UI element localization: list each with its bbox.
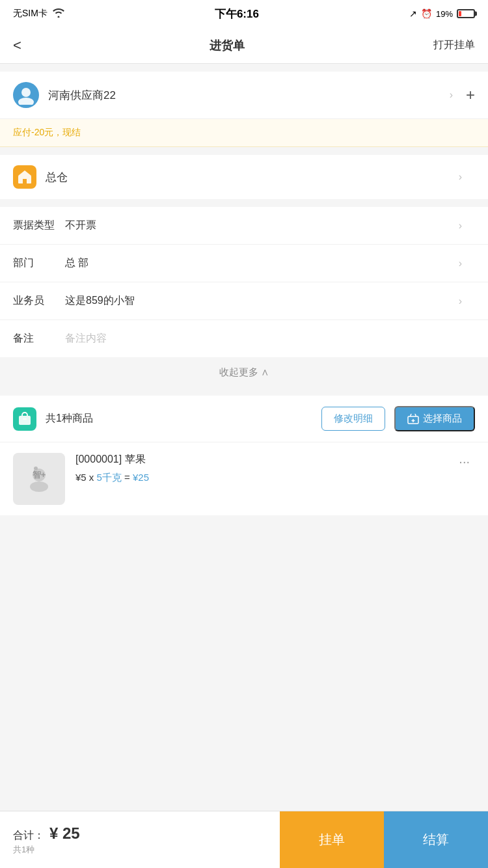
sales-chevron-icon: › [459, 295, 462, 307]
supplier-notice: 应付-20元，现结 [0, 119, 488, 147]
warehouse-section: 总仓 › [0, 155, 488, 199]
status-bar: 无SIM卡 下午6:16 ↗ ⏰ 19% [0, 0, 488, 27]
sales-value: 这是859的小智 [65, 294, 459, 308]
product-more-button[interactable]: ··· [454, 453, 475, 470]
products-icon [13, 407, 36, 431]
collapse-bar[interactable]: 收起更多 ∧ [0, 357, 488, 388]
dept-label: 部门 [13, 256, 65, 270]
gap-3 [0, 199, 488, 207]
edit-detail-button[interactable]: 修改明细 [321, 407, 385, 431]
select-product-label: 选择商品 [423, 413, 462, 425]
supplier-name: 河南供应商22 [48, 88, 450, 103]
svg-text:智+: 智+ [32, 470, 46, 480]
product-equals: = [124, 472, 133, 483]
back-button[interactable]: < [13, 37, 21, 54]
total-count: 共1种 [13, 844, 267, 856]
total-amount: ¥ 25 [49, 824, 80, 843]
supplier-section: 河南供应商22 › + 应付-20元，现结 [0, 72, 488, 147]
form-section: 票据类型 不开票 › 部门 总 部 › 业务员 这是859的小智 › 备注 备注… [0, 207, 488, 357]
gap-1 [0, 64, 488, 72]
remark-input[interactable]: 备注内容 [65, 332, 475, 346]
svg-rect-5 [19, 416, 31, 425]
bottom-bar: 合计： ¥ 25 共1种 挂单 结算 [0, 811, 488, 868]
remark-label: 备注 [13, 332, 65, 346]
location-icon: ↗ [409, 8, 417, 19]
svg-rect-4 [23, 179, 27, 183]
product-unit-price: ¥5 [75, 472, 87, 483]
supplier-chevron-icon: › [450, 89, 453, 101]
invoice-label: 票据类型 [13, 219, 65, 232]
carrier-text: 无SIM卡 [13, 8, 47, 20]
sales-label: 业务员 [13, 294, 65, 308]
status-time: 下午6:16 [215, 7, 259, 21]
open-pending-button[interactable]: 打开挂单 [433, 38, 475, 52]
invoice-value: 不开票 [65, 219, 459, 232]
product-name: [0000001] 苹果 [75, 453, 443, 467]
product-item: 智+ [0000001] 苹果 ¥5 x 5千克 = ¥25 ··· [0, 442, 488, 515]
invoice-chevron-icon: › [459, 220, 462, 232]
svg-marker-3 [18, 170, 31, 176]
product-info: [0000001] 苹果 ¥5 x 5千克 = ¥25 [75, 453, 443, 484]
sales-row[interactable]: 业务员 这是859的小智 › [0, 282, 488, 320]
products-count: 共1种商品 [46, 412, 312, 426]
battery-icon [457, 9, 475, 18]
svg-point-12 [30, 481, 48, 492]
battery-percent: 19% [436, 9, 453, 19]
dept-row[interactable]: 部门 总 部 › [0, 245, 488, 282]
gap-2 [0, 147, 488, 155]
product-total: ¥25 [133, 472, 149, 483]
checkout-button[interactable]: 结算 [384, 811, 488, 869]
nav-bar: < 进货单 打开挂单 [0, 27, 488, 64]
svg-point-0 [21, 88, 31, 97]
warehouse-chevron-icon: › [459, 171, 462, 183]
status-left: 无SIM卡 [13, 8, 64, 20]
warehouse-row[interactable]: 总仓 › [0, 155, 488, 199]
product-title: 苹果 [125, 454, 146, 465]
bottom-spacer [0, 515, 488, 574]
gap-4 [0, 388, 488, 396]
product-qty: 5千克 [97, 472, 122, 483]
pending-button[interactable]: 挂单 [280, 811, 384, 869]
product-code: [0000001] [75, 454, 122, 465]
invoice-row[interactable]: 票据类型 不开票 › [0, 207, 488, 245]
product-thumbnail: 智+ [13, 453, 65, 505]
wifi-icon [53, 8, 64, 20]
product-price: ¥5 x 5千克 = ¥25 [75, 472, 443, 484]
dept-chevron-icon: › [459, 258, 462, 269]
supplier-row[interactable]: 河南供应商22 › + [0, 72, 488, 119]
add-supplier-button[interactable]: + [466, 86, 475, 104]
page-title: 进货单 [210, 38, 245, 53]
dept-value: 总 部 [65, 256, 459, 270]
warehouse-icon [13, 165, 36, 189]
svg-rect-6 [23, 418, 27, 420]
remark-row[interactable]: 备注 备注内容 [0, 320, 488, 357]
alarm-icon: ⏰ [421, 8, 432, 19]
svg-point-1 [18, 98, 34, 105]
product-multiply: x [89, 472, 97, 483]
supplier-avatar [13, 82, 39, 108]
warehouse-name: 总仓 [46, 170, 459, 185]
total-section: 合计： ¥ 25 共1种 [0, 824, 280, 856]
total-text: 合计： [13, 829, 44, 843]
status-right: ↗ ⏰ 19% [409, 8, 475, 19]
total-label: 合计： ¥ 25 [13, 824, 267, 843]
select-product-button[interactable]: 选择商品 [394, 406, 475, 431]
products-header: 共1种商品 修改明细 选择商品 [0, 396, 488, 442]
